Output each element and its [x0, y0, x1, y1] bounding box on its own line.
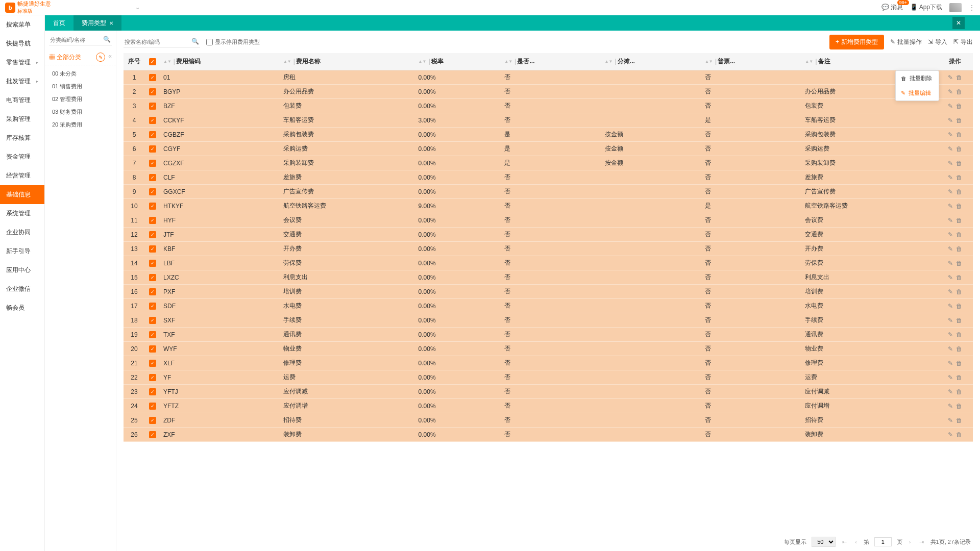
- delete-row-button[interactable]: 🗑: [956, 331, 962, 338]
- store-selector[interactable]: ⌄: [53, 0, 145, 15]
- side-nav-item[interactable]: 库存核算: [0, 129, 44, 147]
- delete-row-button[interactable]: 🗑: [956, 403, 962, 410]
- cell-checkbox[interactable]: ✓: [145, 113, 160, 128]
- cell-checkbox[interactable]: ✓: [145, 142, 160, 156]
- side-nav-item[interactable]: 搜索菜单: [0, 15, 44, 34]
- delete-row-button[interactable]: 🗑: [956, 388, 962, 395]
- edit-row-button[interactable]: ✎: [948, 260, 953, 267]
- tree-item[interactable]: 00 未分类: [45, 67, 116, 80]
- edit-row-button[interactable]: ✎: [948, 403, 953, 410]
- edit-row-button[interactable]: ✎: [948, 145, 953, 153]
- side-nav-item[interactable]: 快捷导航: [0, 34, 44, 53]
- delete-row-button[interactable]: 🗑: [956, 145, 962, 153]
- cell-checkbox[interactable]: ✓: [145, 99, 160, 113]
- table-row[interactable]: 20✓WYF物业费0.00%否否物业费✎🗑: [124, 342, 973, 356]
- side-nav-item[interactable]: 基础信息: [0, 185, 44, 204]
- collapse-tree-button[interactable]: «: [108, 53, 112, 62]
- delete-row-button[interactable]: 🗑: [956, 374, 962, 381]
- edit-row-button[interactable]: ✎: [948, 374, 953, 381]
- table-row[interactable]: 15✓LXZC利息支出0.00%否否利息支出✎🗑: [124, 270, 973, 285]
- tree-item[interactable]: 03 财务费用: [45, 106, 116, 118]
- delete-row-button[interactable]: 🗑: [956, 245, 962, 253]
- cell-checkbox[interactable]: ✓: [145, 299, 160, 313]
- edit-row-button[interactable]: ✎: [948, 417, 953, 424]
- batch-delete-item[interactable]: 🗑 批量删除: [896, 71, 939, 86]
- cell-checkbox[interactable]: ✓: [145, 156, 160, 170]
- table-row[interactable]: 3✓BZF包装费0.00%否否包装费✎🗑: [124, 99, 973, 113]
- table-row[interactable]: 21✓XLF修理费0.00%否否修理费✎🗑: [124, 356, 973, 370]
- prev-page-button[interactable]: ‹: [853, 539, 859, 545]
- cell-checkbox[interactable]: ✓: [145, 270, 160, 285]
- side-nav-item[interactable]: 企业协同: [0, 223, 44, 242]
- edit-row-button[interactable]: ✎: [948, 303, 953, 310]
- last-page-button[interactable]: ⇥: [918, 539, 925, 545]
- edit-row-button[interactable]: ✎: [948, 274, 953, 281]
- expand-icon[interactable]: ⛶: [972, 19, 978, 27]
- table-wrap[interactable]: 序号 ✓ ▲▼|费用编码 ▲▼|费用名称 ▲▼|税率 ▲▼|是否... ▲▼|分…: [116, 53, 980, 533]
- batch-edit-item[interactable]: ✎ 批量编辑: [896, 86, 939, 101]
- edit-row-button[interactable]: ✎: [948, 231, 953, 238]
- edit-row-button[interactable]: ✎: [948, 345, 953, 353]
- table-row[interactable]: 19✓TXF通讯费0.00%否否通讯费✎🗑: [124, 328, 973, 342]
- cell-checkbox[interactable]: ✓: [145, 399, 160, 413]
- import-button[interactable]: ⇲ 导入: [928, 38, 947, 46]
- page-input[interactable]: [874, 537, 892, 546]
- col-ticket[interactable]: ▲▼|普票...: [702, 53, 802, 70]
- col-tax[interactable]: ▲▼|税率: [415, 53, 502, 70]
- first-page-button[interactable]: ⇤: [841, 539, 848, 545]
- tree-search-input[interactable]: [49, 35, 112, 45]
- cell-checkbox[interactable]: ✓: [145, 285, 160, 299]
- search-icon[interactable]: 🔍: [103, 36, 111, 43]
- search-icon[interactable]: 🔍: [191, 38, 199, 45]
- user-menu-caret[interactable]: ⋮: [969, 4, 975, 11]
- show-disabled-input[interactable]: [206, 39, 213, 45]
- edit-row-button[interactable]: ✎: [948, 203, 953, 210]
- tab-home[interactable]: 首页: [45, 15, 74, 31]
- delete-row-button[interactable]: 🗑: [956, 274, 962, 281]
- side-nav-item[interactable]: 电商管理: [0, 91, 44, 110]
- table-row[interactable]: 2✓BGYP办公用品费0.00%否否办公用品费✎🗑: [124, 85, 973, 99]
- side-nav-item[interactable]: 批发管理▸: [0, 72, 44, 91]
- side-nav-item[interactable]: 零售管理▸: [0, 53, 44, 72]
- table-row[interactable]: 13✓KBF开办费0.00%否否开办费✎🗑: [124, 242, 973, 256]
- edit-row-button[interactable]: ✎: [948, 331, 953, 338]
- edit-row-button[interactable]: ✎: [948, 74, 953, 81]
- cell-checkbox[interactable]: ✓: [145, 128, 160, 142]
- delete-row-button[interactable]: 🗑: [956, 360, 962, 367]
- delete-row-button[interactable]: 🗑: [956, 217, 962, 224]
- search-input[interactable]: [124, 37, 200, 47]
- close-icon[interactable]: ✕: [109, 20, 113, 26]
- cell-checkbox[interactable]: ✓: [145, 213, 160, 228]
- next-page-button[interactable]: ›: [908, 539, 913, 545]
- side-nav-item[interactable]: 应用中心: [0, 261, 44, 280]
- edit-row-button[interactable]: ✎: [948, 131, 953, 138]
- table-row[interactable]: 25✓ZDF招待费0.00%否否招待费✎🗑: [124, 413, 973, 428]
- delete-row-button[interactable]: 🗑: [956, 303, 962, 310]
- cell-checkbox[interactable]: ✓: [145, 413, 160, 428]
- tree-root[interactable]: ▦ 全部分类 ✎ «: [45, 49, 116, 65]
- table-row[interactable]: 9✓GGXCF广告宣传费0.00%否否广告宣传费✎🗑: [124, 185, 973, 199]
- edit-category-button[interactable]: ✎: [96, 53, 105, 62]
- col-isa[interactable]: ▲▼|是否...: [501, 53, 601, 70]
- table-row[interactable]: 12✓JTF交通费0.00%否否交通费✎🗑: [124, 228, 973, 242]
- per-page-select[interactable]: 50: [812, 537, 836, 547]
- table-row[interactable]: 26✓ZXF装卸费0.00%否否装卸费✎🗑: [124, 428, 973, 442]
- table-row[interactable]: 1✓01房租0.00%否否✎🗑: [124, 70, 973, 85]
- avatar[interactable]: [949, 3, 962, 12]
- col-select-all[interactable]: ✓: [145, 53, 160, 70]
- delete-row-button[interactable]: 🗑: [956, 117, 962, 124]
- delete-row-button[interactable]: 🗑: [956, 174, 962, 181]
- edit-row-button[interactable]: ✎: [948, 245, 953, 253]
- edit-row-button[interactable]: ✎: [948, 288, 953, 295]
- tree-item[interactable]: 01 销售费用: [45, 80, 116, 93]
- cell-checkbox[interactable]: ✓: [145, 228, 160, 242]
- side-nav-item[interactable]: 资金管理: [0, 147, 44, 166]
- cell-checkbox[interactable]: ✓: [145, 85, 160, 99]
- delete-row-button[interactable]: 🗑: [956, 131, 962, 138]
- cell-checkbox[interactable]: ✓: [145, 356, 160, 370]
- table-row[interactable]: 7✓CGZXF采购装卸费0.00%是按金额否采购装卸费✎🗑: [124, 156, 973, 170]
- col-remark[interactable]: ▲▼|备注: [802, 53, 937, 70]
- col-name[interactable]: ▲▼|费用名称: [280, 53, 415, 70]
- delete-row-button[interactable]: 🗑: [956, 288, 962, 295]
- table-row[interactable]: 5✓CGBZF采购包装费0.00%是按金额否采购包装费✎🗑: [124, 128, 973, 142]
